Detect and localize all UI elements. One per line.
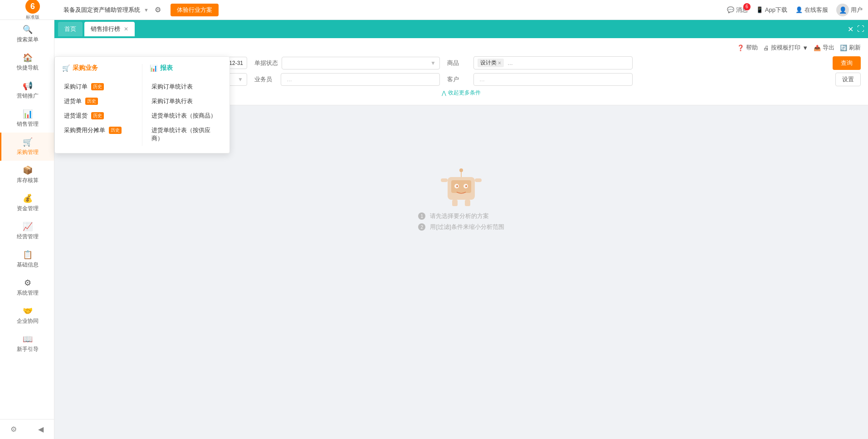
dropdown-item-expense[interactable]: 采购费用分摊单 历史 xyxy=(62,123,135,138)
status-dropdown-icon[interactable]: ▼ xyxy=(430,60,436,66)
online-service-action[interactable]: 👤 在线客服 xyxy=(795,6,828,14)
collapse-icon: ⋀ xyxy=(442,90,446,96)
svg-rect-1 xyxy=(451,180,471,193)
status-filter-input[interactable]: ▼ xyxy=(282,57,440,69)
empty-illustration xyxy=(434,161,488,207)
home-tab-label: 首页 xyxy=(64,25,76,33)
customer-filter-label: 客户 xyxy=(447,75,470,84)
basic-icon: 📋 xyxy=(23,250,33,260)
finance-icon: 💰 xyxy=(23,193,33,203)
sidebar-item-guide[interactable]: 📖 新手引导 xyxy=(0,330,54,358)
dropdown-item-incoming-by-goods[interactable]: 进货单统计表（按商品） xyxy=(150,109,222,123)
sales-rank-tab-label: 销售排行榜 xyxy=(91,25,120,33)
dropdown-item-incoming-by-supplier[interactable]: 进货单统计表（按供应商） xyxy=(150,123,222,146)
goods-filter: 商品 设计类 × … xyxy=(447,56,633,69)
sidebar-item-basic[interactable]: 📋 基础信息 xyxy=(0,245,54,273)
refresh-action[interactable]: 🔄 刷新 xyxy=(840,44,861,52)
sidebar-item-quick[interactable]: 🏠 快捷导航 xyxy=(0,48,54,76)
messages-action[interactable]: 💬 消息 6 xyxy=(727,6,748,14)
svg-point-4 xyxy=(456,185,458,187)
sidebar-collapse-btn[interactable]: ◀ xyxy=(34,423,47,435)
rank-dropdown-icon[interactable]: ▼ xyxy=(238,76,243,83)
dropdown-col-report: 📊 报表 采购订单统计表 采购订单执行表 进货单统计表（按商品） 进货单统计表（… xyxy=(150,64,222,146)
svg-rect-8 xyxy=(452,200,458,206)
customer-dots: … xyxy=(479,76,485,83)
dropdown-item-purchase-order[interactable]: 采购订单 历史 xyxy=(62,79,135,94)
goods-tag-close[interactable]: × xyxy=(498,60,501,66)
logo-subtitle: 标准版 xyxy=(26,14,39,20)
goods-dots: … xyxy=(507,60,513,66)
status-filter: 单据状态 ▼ xyxy=(254,56,440,69)
sidebar-item-operation[interactable]: 📈 经营管理 xyxy=(0,217,54,245)
history-badge-expense: 历史 xyxy=(109,127,122,134)
tab-close-btn[interactable]: ✕ xyxy=(848,25,853,34)
message-badge: 6 xyxy=(743,3,751,10)
home-icon: 🏠 xyxy=(23,53,33,63)
salesperson-filter-input[interactable]: … xyxy=(281,73,440,86)
print-dropdown-icon[interactable]: ▼ xyxy=(802,44,808,51)
dropdown-divider xyxy=(142,64,142,146)
purchase-icon: 🛒 xyxy=(23,137,33,147)
app-download-action[interactable]: 📱 App下载 xyxy=(756,6,787,14)
tab-sales-rank[interactable]: 销售排行榜 ✕ xyxy=(84,22,135,36)
history-badge-incoming: 历史 xyxy=(85,98,98,105)
tab-home[interactable]: 首页 xyxy=(58,22,83,36)
filter-toolbar: ❓ 帮助 🖨 按模板打印 ▼ 📤 导出 🔄 刷新 xyxy=(62,44,861,52)
filter-actions: 查询 设置 xyxy=(833,56,861,86)
sidebar-item-inventory[interactable]: 📦 库存核算 xyxy=(0,161,54,189)
system-dropdown-arrow[interactable]: ▼ xyxy=(144,7,149,13)
purchase-dropdown-menu: 🛒 采购业务 采购订单 历史 进货单 历史 进货退货 历史 采购费用分摊单 历史 xyxy=(54,56,230,153)
logo-icon: 6 xyxy=(25,0,40,14)
sales-icon: 📊 xyxy=(23,109,33,119)
sidebar-item-marketing[interactable]: 📢 营销推广 xyxy=(0,76,54,104)
tab-bar-actions: ✕ ⛶ xyxy=(848,25,864,34)
help-action[interactable]: ❓ 帮助 xyxy=(737,44,758,52)
sidebar-settings-btn[interactable]: ⚙ xyxy=(7,423,20,435)
print-action[interactable]: 🖨 按模板打印 ▼ xyxy=(763,44,808,52)
sidebar-item-finance[interactable]: 💰 资金管理 xyxy=(0,189,54,217)
system-icon: ⚙ xyxy=(24,278,31,288)
system-title: 装备及固定资产辅助管理系统 xyxy=(63,6,140,14)
sidebar-item-system[interactable]: ⚙ 系统管理 xyxy=(0,273,54,301)
export-action[interactable]: 📤 导出 xyxy=(814,44,834,52)
customer-filter-input[interactable]: … xyxy=(473,73,633,86)
guide-icon: 📖 xyxy=(23,334,33,344)
marketing-icon: 📢 xyxy=(23,81,33,91)
operation-icon: 📈 xyxy=(23,222,33,232)
goods-tag: 设计类 × xyxy=(478,59,504,67)
empty-hint-1: 1 请先选择要分析的方案 xyxy=(418,212,489,220)
svg-point-7 xyxy=(459,168,463,172)
header-settings-icon[interactable]: ⚙ xyxy=(152,5,163,15)
user-action[interactable]: 👤 用户 xyxy=(836,4,863,16)
goods-filter-input[interactable]: 设计类 × … xyxy=(473,56,633,69)
dropdown-col-purchase: 🛒 采购业务 采购订单 历史 进货单 历史 进货退货 历史 采购费用分摊单 历史 xyxy=(62,64,135,146)
tab-close-icon[interactable]: ✕ xyxy=(124,26,128,32)
sidebar-item-enterprise[interactable]: 🤝 企业协同 xyxy=(0,301,54,330)
sidebar-bottom: ⚙ ◀ xyxy=(0,419,54,439)
top-header: 6 标准版 装备及固定资产辅助管理系统 ▼ ⚙ 体验行业方案 💬 消息 6 📱 … xyxy=(0,0,868,20)
refresh-icon: 🔄 xyxy=(840,44,847,51)
empty-hint-2: 2 用[过滤]条件来缩小分析范围 xyxy=(418,223,504,231)
svg-rect-10 xyxy=(441,178,448,182)
tab-fullscreen-btn[interactable]: ⛶ xyxy=(857,25,864,33)
dropdown-report-title: 📊 报表 xyxy=(150,64,222,75)
customer-filter: 客户 … xyxy=(447,73,633,86)
svg-point-5 xyxy=(465,185,467,187)
message-icon: 💬 xyxy=(727,6,734,13)
sidebar-item-search[interactable]: 🔍 搜索菜单 xyxy=(0,20,54,48)
sidebar-item-sales[interactable]: 📊 销售管理 xyxy=(0,104,54,133)
sidebar-item-purchase[interactable]: 🛒 采购管理 xyxy=(0,133,54,161)
history-badge-purchase-order: 历史 xyxy=(91,83,104,90)
dropdown-item-order-exec[interactable]: 采购订单执行表 xyxy=(150,94,222,109)
purchase-menu-icon: 🛒 xyxy=(62,64,70,72)
svg-rect-11 xyxy=(475,178,482,182)
salesperson-filter: 业务员 … xyxy=(254,73,440,86)
dropdown-item-order-stats[interactable]: 采购订单统计表 xyxy=(150,79,222,94)
dropdown-item-incoming[interactable]: 进货单 历史 xyxy=(62,94,135,109)
settings-btn[interactable]: 设置 xyxy=(835,73,861,86)
user-avatar: 👤 xyxy=(836,4,849,16)
dropdown-item-return[interactable]: 进货退货 历史 xyxy=(62,109,135,123)
industry-btn[interactable]: 体验行业方案 xyxy=(171,4,219,16)
salesperson-filter-label: 业务员 xyxy=(254,75,277,84)
query-btn[interactable]: 查询 xyxy=(833,56,861,70)
